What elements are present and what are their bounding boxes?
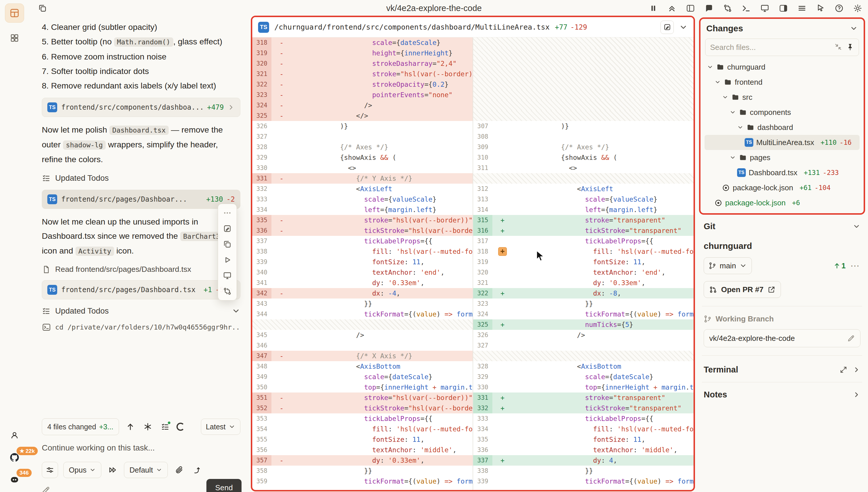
git-compare-icon[interactable] — [221, 286, 234, 297]
settings-gear-icon[interactable] — [852, 2, 863, 14]
cursor-pointer-icon[interactable] — [815, 2, 826, 14]
more-options-button[interactable]: ⋯ — [850, 260, 861, 271]
tree-file-row[interactable]: package-lock.json +61-104 — [705, 180, 860, 195]
diff-gap-row — [473, 173, 694, 183]
tool-call-label: Read frontend/src/pages/Dashboard.tsx — [55, 265, 191, 274]
session-status-row: 4 files changed +3... Latest — [42, 418, 240, 435]
code-line: height={innerHeight} — [292, 48, 473, 58]
grid-view-button[interactable] — [5, 28, 24, 48]
send-button[interactable]: Send — [206, 479, 241, 492]
tree-folder-row[interactable]: src — [705, 90, 860, 105]
collapse-all-icon[interactable] — [834, 43, 842, 51]
terminal-header[interactable]: Terminal — [702, 364, 862, 376]
tree-folder-row[interactable]: pages — [705, 150, 860, 165]
model-dropdown[interactable]: Opus — [63, 462, 101, 478]
line-number: 338 — [473, 466, 492, 476]
diff-row: 342 - dx: -4, — [252, 288, 473, 298]
file-change-chip[interactable]: TS frontend/src/pages/Dashboar... +130 -… — [42, 190, 240, 209]
tool-call-row[interactable]: Read frontend/src/pages/Dashboard.tsx — [42, 265, 240, 274]
add-comment-badge[interactable]: + — [498, 247, 507, 256]
tabs-icon[interactable] — [37, 2, 48, 14]
branch-dropdown[interactable]: main — [704, 257, 752, 274]
panel-right-icon[interactable] — [777, 2, 789, 14]
settings-sliders-button[interactable] — [42, 462, 58, 478]
open-pr-button[interactable]: Open PR #7 — [704, 281, 781, 298]
todos-update-row[interactable]: Updated Todos — [42, 173, 240, 183]
tree-folder-row[interactable]: components — [705, 105, 860, 120]
diff-marker: + — [492, 403, 513, 413]
chevron-right-icon[interactable] — [852, 391, 861, 399]
panel-left-icon[interactable] — [684, 2, 696, 14]
tree-file-row[interactable]: TSDashboard.tsx +131-233 — [705, 165, 860, 180]
chevron-right-icon[interactable] — [852, 366, 861, 374]
collapse-panels-icon[interactable] — [666, 2, 678, 14]
attach-button[interactable] — [173, 464, 185, 476]
github-link-button[interactable]: ★22k — [8, 451, 21, 464]
diff-marker — [492, 330, 513, 340]
line-number: 335 — [252, 215, 272, 225]
code-line: numTicks={5} — [513, 319, 694, 330]
open-in-editor-button[interactable] — [660, 21, 674, 34]
menu-icon[interactable] — [796, 2, 807, 14]
chevron-down-icon[interactable] — [850, 24, 858, 32]
file-edit-icon[interactable] — [221, 223, 234, 234]
diff-row: 311 <> — [473, 163, 694, 173]
diff-marker — [492, 121, 513, 131]
monitor-icon[interactable] — [221, 270, 234, 281]
tree-folder-row[interactable]: frontend — [705, 75, 860, 90]
chat-bubble-icon[interactable] — [703, 2, 715, 14]
chevron-down-icon — [229, 423, 235, 430]
diff-row: 329 scale={dateScale} — [473, 372, 694, 382]
mode-dropdown[interactable]: Default — [124, 462, 168, 478]
tree-folder-row[interactable]: churnguard — [705, 59, 860, 75]
diff-marker: - — [272, 455, 292, 466]
play-icon[interactable] — [221, 254, 234, 266]
terminal-command-row[interactable]: cd /private/var/folders/10/h7w0q46556ggr… — [42, 323, 240, 332]
tree-file-row[interactable]: package-lock.json +6 — [705, 195, 860, 210]
notes-header[interactable]: Notes — [702, 389, 862, 401]
message-input[interactable]: Continue working on this task... — [42, 443, 240, 452]
chevron-down-icon[interactable] — [232, 306, 240, 315]
file-change-chip[interactable]: TS frontend/src/pages/Dashboard.tsx +1 -… — [42, 280, 240, 299]
pause-icon[interactable] — [648, 2, 659, 14]
diff-old-pane[interactable]: 318 - scale={dateScale} 319 - height={in… — [252, 38, 473, 490]
discord-link-button[interactable]: 346 — [8, 473, 21, 486]
help-icon[interactable] — [833, 2, 845, 14]
diff-marker: + — [492, 215, 513, 225]
search-input[interactable]: Search files... — [710, 43, 830, 52]
diff-new-pane[interactable]: 307 )} 308 309 {/* Axes */} 310 {showAxi… — [473, 38, 694, 490]
tree-folder-row[interactable]: dashboard — [705, 120, 860, 135]
cursor-pointer-icon — [816, 4, 825, 13]
line-number: 337 — [473, 455, 492, 466]
working-branch-input[interactable]: vk/4e2a-explore-the-code — [704, 329, 861, 347]
file-change-chip[interactable]: TS frontend/src/components/dashboa... +4… — [42, 98, 240, 117]
diff-row: 322 + dx: -8, — [473, 288, 694, 298]
fast-forward-button[interactable] — [107, 464, 119, 476]
chevron-down-icon[interactable] — [852, 222, 861, 230]
todos-update-row[interactable]: Updated Todos — [42, 306, 240, 316]
panel-left-icon — [686, 4, 695, 13]
edit-pencil-icon[interactable] — [41, 486, 50, 492]
account-button[interactable] — [8, 429, 21, 442]
todos-button[interactable] — [159, 421, 171, 433]
terminal-prompt-icon[interactable] — [740, 2, 752, 14]
context-button[interactable] — [142, 421, 154, 433]
more-horizontal-icon[interactable] — [221, 207, 234, 218]
line-number: 327 — [252, 131, 272, 142]
expand-icon[interactable] — [840, 366, 847, 374]
line-number: 334 — [252, 204, 272, 215]
copy-icon[interactable] — [221, 239, 234, 250]
tools-button[interactable] — [190, 464, 203, 476]
scroll-up-button[interactable] — [124, 421, 137, 433]
files-changed-chip[interactable]: 4 files changed +3... — [42, 418, 119, 435]
diff-row: 329 {showAxis && ( — [252, 152, 473, 163]
latest-dropdown[interactable]: Latest — [201, 419, 240, 435]
tree-file-row[interactable]: TSMultiLineArea.tsx +110-16 — [705, 135, 860, 150]
git-compare-icon[interactable] — [722, 2, 733, 14]
collapse-diff-button[interactable] — [679, 23, 688, 32]
edit-pencil-icon[interactable] — [847, 335, 855, 342]
monitor-icon[interactable] — [759, 2, 771, 14]
workspace-active-button[interactable] — [5, 3, 24, 23]
pin-icon[interactable] — [846, 43, 854, 51]
git-compare-icon — [723, 4, 732, 13]
